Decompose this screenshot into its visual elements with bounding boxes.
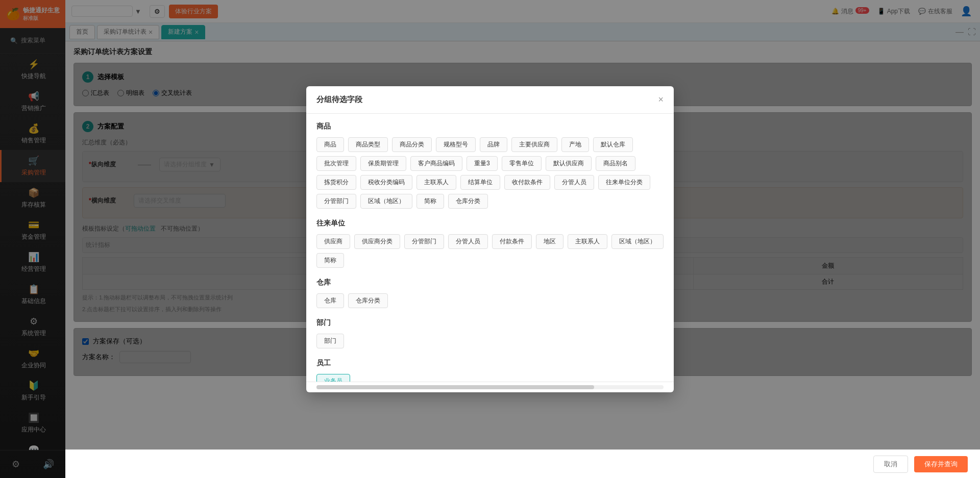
field-tag-retail-unit[interactable]: 零售单位 <box>502 156 542 171</box>
field-tag-product[interactable]: 商品 <box>316 137 344 152</box>
field-tag-main-contact[interactable]: 主联系人 <box>416 175 456 190</box>
action-footer: 取消 保存并查询 <box>65 449 980 478</box>
warehouse-field-tags: 仓库 仓库分类 <box>316 293 664 308</box>
field-tag-weight3[interactable]: 重量3 <box>467 156 498 171</box>
hscroll-track <box>316 385 664 389</box>
modal-horizontal-scrollbar[interactable] <box>306 382 674 392</box>
field-tag-quality-mgmt[interactable]: 保质期管理 <box>360 156 406 171</box>
warehouse-group-title: 仓库 <box>316 278 664 287</box>
field-tag-payment-condition[interactable]: 付款条件 <box>492 234 532 249</box>
field-tag-default-warehouse[interactable]: 默认仓库 <box>593 137 633 152</box>
field-tag-spec-type[interactable]: 规格型号 <box>436 137 476 152</box>
product-field-tags: 商品 商品类型 商品分类 规格型号 品牌 主要供应商 产地 默认仓库 批次管理 … <box>316 137 664 209</box>
partner-field-tags: 供应商 供应商分类 分管部门 分管人员 付款条件 地区 主联系人 区域（地区） … <box>316 234 664 268</box>
field-tag-warehouse[interactable]: 仓库 <box>316 293 344 308</box>
field-tag-region[interactable]: 区域（地区） <box>360 194 412 209</box>
modal-header: 分组待选字段 × <box>306 86 674 114</box>
field-tag-main-supplier[interactable]: 主要供应商 <box>511 137 557 152</box>
modal-body[interactable]: 商品 商品 商品类型 商品分类 规格型号 品牌 主要供应商 产地 默认仓库 批次… <box>306 114 674 382</box>
modal-close-button[interactable]: × <box>658 94 664 105</box>
field-tag-default-supplier[interactable]: 默认供应商 <box>546 156 592 171</box>
field-tag-supplier[interactable]: 供应商 <box>316 234 350 249</box>
field-tag-origin[interactable]: 产地 <box>561 137 589 152</box>
product-group-title: 商品 <box>316 122 664 131</box>
employee-field-tags: 业务员 <box>316 374 664 382</box>
field-tag-manage-dept[interactable]: 分管部门 <box>316 194 356 209</box>
save-query-button[interactable]: 保存并查询 <box>914 456 968 472</box>
dept-group-title: 部门 <box>316 318 664 328</box>
employee-group-title: 员工 <box>316 359 664 368</box>
field-tag-payment-terms[interactable]: 收付款条件 <box>504 175 550 190</box>
field-tag-salesperson[interactable]: 业务员 <box>316 374 350 382</box>
field-tag-brand[interactable]: 品牌 <box>480 137 507 152</box>
field-tag-manager[interactable]: 分管人员 <box>554 175 594 190</box>
cancel-button[interactable]: 取消 <box>873 456 908 473</box>
field-tag-main-contact2[interactable]: 主联系人 <box>568 234 607 249</box>
field-tag-tax-code[interactable]: 税收分类编码 <box>360 175 412 190</box>
field-tag-pick-score[interactable]: 拣货积分 <box>316 175 356 190</box>
field-group-dept: 部门 部门 <box>316 318 664 348</box>
field-tag-short-name2[interactable]: 简称 <box>316 253 344 268</box>
hscroll-thumb <box>316 385 594 389</box>
field-tag-batch-mgmt[interactable]: 批次管理 <box>316 156 356 171</box>
modal-title: 分组待选字段 <box>316 95 362 105</box>
field-group-warehouse: 仓库 仓库 仓库分类 <box>316 278 664 308</box>
dept-field-tags: 部门 <box>316 334 664 348</box>
field-tag-warehouse-cat[interactable]: 仓库分类 <box>448 194 488 209</box>
field-group-product: 商品 商品 商品类型 商品分类 规格型号 品牌 主要供应商 产地 默认仓库 批次… <box>316 122 664 209</box>
field-tag-short-name[interactable]: 简称 <box>416 194 444 209</box>
field-tag-settle-unit[interactable]: 结算单位 <box>460 175 500 190</box>
field-tag-dept[interactable]: 部门 <box>316 334 344 348</box>
partner-group-title: 往来单位 <box>316 219 664 228</box>
field-group-partner: 往来单位 供应商 供应商分类 分管部门 分管人员 付款条件 地区 主联系人 区域… <box>316 219 664 268</box>
field-tag-manage-person2[interactable]: 分管人员 <box>448 234 488 249</box>
field-tag-manage-dept2[interactable]: 分管部门 <box>404 234 444 249</box>
field-tag-product-category[interactable]: 商品分类 <box>392 137 432 152</box>
field-tag-customer-code[interactable]: 客户商品编码 <box>410 156 462 171</box>
field-group-employee: 员工 业务员 <box>316 359 664 382</box>
field-tag-region2[interactable]: 地区 <box>536 234 564 249</box>
field-tag-region-area[interactable]: 区域（地区） <box>611 234 664 249</box>
modal-overlay: 分组待选字段 × 商品 商品 商品类型 商品分类 规格型号 品牌 主要供应商 产… <box>0 0 980 478</box>
field-tag-product-type[interactable]: 商品类型 <box>348 137 388 152</box>
field-tag-supplier-category[interactable]: 供应商分类 <box>354 234 400 249</box>
field-tag-product-alias[interactable]: 商品别名 <box>596 156 635 171</box>
field-tag-source-unit-category[interactable]: 往来单位分类 <box>598 175 650 190</box>
field-tag-warehouse-cat2[interactable]: 仓库分类 <box>348 293 388 308</box>
field-select-modal: 分组待选字段 × 商品 商品 商品类型 商品分类 规格型号 品牌 主要供应商 产… <box>306 86 674 392</box>
